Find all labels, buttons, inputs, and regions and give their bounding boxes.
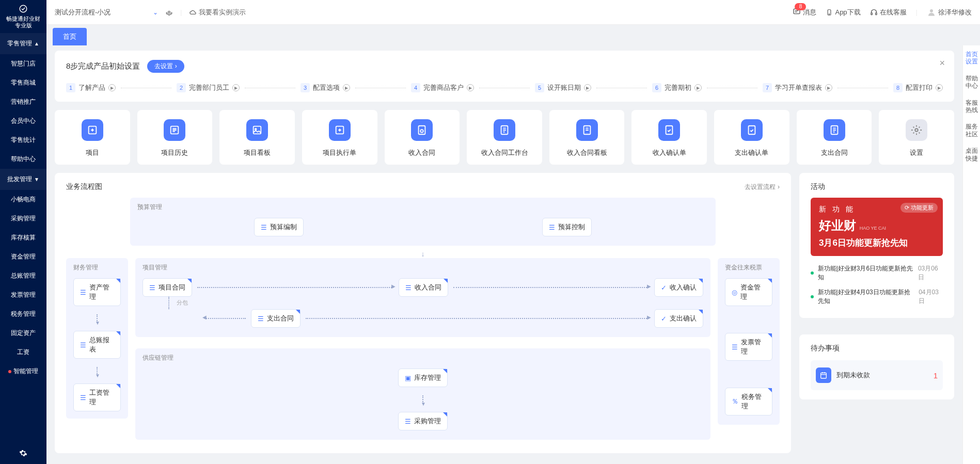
flow-group-project: 项目管理 ☰项目合同 ☰收入合同 ✓收入确认 分包 bbox=[135, 258, 710, 337]
node-budget-control[interactable]: ☰预算控制 bbox=[542, 218, 592, 236]
gear-icon bbox=[19, 449, 27, 457]
doc-icon: ☰ bbox=[405, 284, 412, 292]
close-icon[interactable]: × bbox=[939, 58, 945, 69]
rail-help[interactable]: 帮助中心 bbox=[965, 75, 979, 90]
image-icon bbox=[251, 124, 263, 136]
quick-income-contract[interactable]: 收入合同 bbox=[385, 110, 460, 165]
rail-hotline[interactable]: 客服热线 bbox=[965, 99, 979, 114]
node-invoice[interactable]: ☰发票管理 bbox=[725, 333, 772, 361]
quick-income-confirm[interactable]: 收入确认单 bbox=[631, 110, 707, 165]
svg-point-0 bbox=[20, 5, 27, 12]
sidebar-item-inventory[interactable]: 库存核算 bbox=[0, 228, 46, 247]
quick-expense-confirm[interactable]: 支出确认单 bbox=[714, 110, 789, 165]
project-selector[interactable]: 测试分开流程-小况 ⌄ bbox=[55, 8, 158, 17]
svg-point-7 bbox=[930, 9, 933, 12]
messages-button[interactable]: 消息 bbox=[793, 7, 816, 17]
cloud-icon bbox=[189, 8, 197, 16]
step-4[interactable]: 4完善商品客户▶ bbox=[411, 83, 474, 92]
quick-actions: 项目 项目历史 项目看板 项目执行单 收入合同 收入合同工作台 收入合同看板 收… bbox=[55, 110, 954, 165]
node-expense-confirm[interactable]: ✓支出确认 bbox=[654, 309, 703, 328]
gear-icon bbox=[165, 8, 173, 16]
go-setup-button[interactable]: 去设置 › bbox=[147, 60, 184, 73]
project-settings-button[interactable] bbox=[165, 8, 173, 16]
sidebar-item-member[interactable]: 会员中心 bbox=[0, 111, 46, 131]
mobile-icon bbox=[826, 9, 833, 16]
sidebar-item-invoice[interactable]: 发票管理 bbox=[0, 285, 46, 305]
tab-home[interactable]: 首页 bbox=[53, 28, 87, 45]
quick-history[interactable]: 项目历史 bbox=[137, 110, 213, 165]
svg-rect-10 bbox=[254, 126, 261, 134]
quick-project[interactable]: 项目 bbox=[55, 110, 130, 165]
rail-community[interactable]: 服务社区 bbox=[965, 123, 979, 138]
quick-settings[interactable]: 设置 bbox=[879, 110, 954, 165]
sidebar-item-stats[interactable]: 零售统计 bbox=[0, 131, 46, 150]
setup-title: 8步完成产品初始设置 bbox=[66, 61, 140, 71]
rail-shortcut[interactable]: 桌面快捷 bbox=[965, 147, 979, 162]
node-inventory[interactable]: ▣库存管理 bbox=[398, 369, 448, 387]
node-budget-make[interactable]: ☰预算编制 bbox=[254, 218, 304, 236]
plus-box-icon bbox=[334, 124, 345, 136]
news-item-1[interactable]: 新功能|好业财3月6日功能更新抢先知 03月06日 bbox=[811, 261, 943, 285]
node-tax[interactable]: ％税务管理 bbox=[725, 388, 772, 415]
step-6[interactable]: 6完善期初▶ bbox=[652, 83, 702, 92]
sidebar-item-purchase[interactable]: 采购管理 bbox=[0, 209, 46, 228]
project-name: 测试分开流程-小况 bbox=[55, 8, 110, 17]
node-salary[interactable]: ☰工资管理 bbox=[73, 383, 121, 411]
step-7[interactable]: 7学习开单查报表▶ bbox=[763, 83, 832, 92]
sidebar-item-mall[interactable]: 零售商城 bbox=[0, 73, 46, 92]
demo-link[interactable]: 我要看实例演示 bbox=[189, 8, 246, 17]
sidebar-item-store[interactable]: 智慧门店 bbox=[0, 54, 46, 73]
step-8[interactable]: 8配置打印▶ bbox=[893, 83, 943, 92]
node-ledger[interactable]: ☰总账报表 bbox=[73, 331, 121, 359]
quick-kanban[interactable]: 项目看板 bbox=[219, 110, 295, 165]
doc-icon bbox=[581, 124, 593, 136]
sidebar-item-funds[interactable]: 资金管理 bbox=[0, 247, 46, 266]
doc-icon: ☰ bbox=[405, 418, 411, 425]
sidebar-settings[interactable] bbox=[0, 444, 46, 464]
node-income-confirm[interactable]: ✓收入确认 bbox=[654, 278, 703, 297]
sidebar-item-assets[interactable]: 固定资产 bbox=[0, 324, 46, 343]
setup-steps: 1了解产品▶ 2完善部门员工▶ 3配置选项▶ 4完善商品客户▶ 5设开账日期▶ … bbox=[66, 83, 943, 92]
svg-point-1 bbox=[168, 11, 170, 13]
sidebar-item-salary[interactable]: 工资 bbox=[0, 343, 46, 362]
todo-item-overdue[interactable]: 到期未收款 1 bbox=[811, 360, 943, 390]
percent-icon: ％ bbox=[732, 397, 738, 406]
node-expense-contract[interactable]: ☰支出合同 bbox=[251, 309, 301, 328]
node-proj-contract[interactable]: ☰项目合同 bbox=[143, 278, 192, 297]
right-rail: 首页设置 帮助中心 客服热线 服务社区 桌面快捷 bbox=[962, 25, 980, 464]
logo-icon bbox=[19, 4, 28, 13]
node-purchase[interactable]: ☰采购管理 bbox=[398, 412, 448, 430]
check-icon: ✓ bbox=[661, 315, 667, 323]
quick-exec[interactable]: 项目执行单 bbox=[302, 110, 377, 165]
sidebar-group-retail[interactable]: 零售管理▲ bbox=[0, 33, 46, 54]
quick-income-kanban[interactable]: 收入合同看板 bbox=[549, 110, 625, 165]
sidebar-item-ledger[interactable]: 总账管理 bbox=[0, 266, 46, 285]
node-income-contract[interactable]: ☰收入合同 bbox=[399, 278, 448, 297]
sidebar-group-wholesale[interactable]: 批发管理▼ bbox=[0, 169, 46, 190]
step-1[interactable]: 1了解产品▶ bbox=[66, 83, 116, 92]
support-button[interactable]: 在线客服 bbox=[870, 8, 907, 17]
quick-expense-contract[interactable]: 支出合同 bbox=[797, 110, 872, 165]
step-3[interactable]: 3配置选项▶ bbox=[301, 83, 350, 92]
promo-banner[interactable]: ⟳ 功能更新 新 功 能 好业财 HAO YE CAI 3月6日功能更新抢先知 bbox=[811, 198, 943, 256]
svg-point-20 bbox=[915, 129, 918, 132]
doc-icon: ☰ bbox=[80, 394, 86, 402]
sidebar-item-tax[interactable]: 税务管理 bbox=[0, 305, 46, 324]
flow-settings-link[interactable]: 去设置流程 › bbox=[745, 183, 780, 191]
node-fund[interactable]: ◎资金管理 bbox=[725, 278, 772, 306]
step-5[interactable]: 5设开账日期▶ bbox=[535, 83, 591, 92]
sidebar-item-help[interactable]: 帮助中心 bbox=[0, 150, 46, 169]
rail-home-settings[interactable]: 首页设置 bbox=[965, 51, 979, 66]
news-item-2[interactable]: 新功能|好业财4月03日功能更新抢先知 04月03日 bbox=[811, 285, 943, 309]
quick-income-workbench[interactable]: 收入合同工作台 bbox=[467, 110, 542, 165]
play-icon: ▶ bbox=[108, 84, 116, 91]
step-2[interactable]: 2完善部门员工▶ bbox=[177, 83, 240, 92]
user-menu[interactable]: 徐泽华修改 bbox=[927, 8, 972, 17]
sidebar-item-ai[interactable]: 智能管理 bbox=[0, 362, 46, 381]
sidebar-item-marketing[interactable]: 营销推广 bbox=[0, 92, 46, 111]
todo-label: 到期未收款 bbox=[836, 371, 870, 380]
sidebar-item-ecom[interactable]: 小畅电商 bbox=[0, 190, 46, 209]
app-download-button[interactable]: App下载 bbox=[826, 8, 860, 17]
node-asset[interactable]: ☰资产管理 bbox=[73, 278, 121, 306]
todo-title: 待办事项 bbox=[811, 344, 943, 353]
